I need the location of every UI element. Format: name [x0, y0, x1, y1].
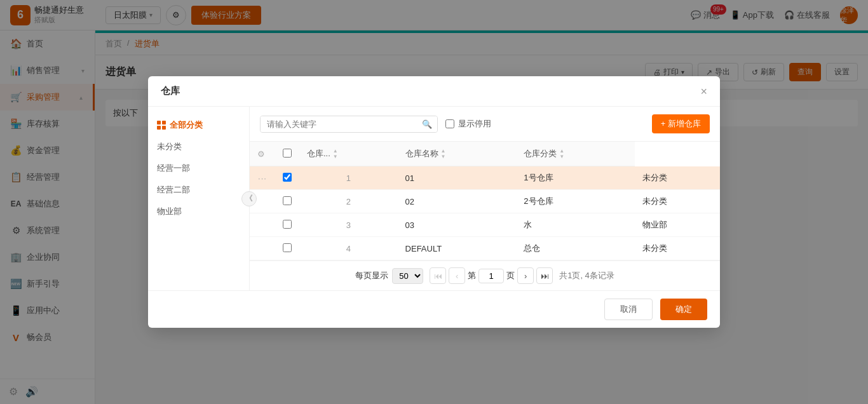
row-actions-icon [250, 237, 275, 260]
category-toggle-button[interactable]: 《 [241, 191, 257, 206]
table-row[interactable]: ··· 1 01 1号仓库 未分类 [250, 166, 720, 190]
row-num: 2 [299, 190, 398, 213]
row-category: 未分类 [635, 166, 720, 190]
sort-arrows-code: ▲ ▼ [333, 149, 338, 159]
search-icon[interactable]: 🔍 [417, 116, 437, 132]
row-code: 01 [398, 166, 517, 190]
per-page-selector: 每页显示 50 [355, 268, 423, 284]
row-category: 未分类 [635, 190, 720, 213]
sort-arrows-cat: ▲ ▼ [559, 149, 564, 159]
cat-item-dept2[interactable]: 经营二部 [148, 179, 249, 201]
row-name: 2号仓库 [516, 190, 635, 213]
row-category: 未分类 [635, 237, 720, 260]
col-checkbox [275, 142, 299, 166]
row-checkbox-3[interactable] [283, 243, 292, 252]
col-settings: ⚙ [250, 142, 275, 166]
warehouse-modal: 仓库 × 《 全部分类 未分类 经营一部 经营二部 物业部 [148, 76, 720, 328]
modal-toolbar: 🔍 显示停用 + 新增仓库 [250, 107, 720, 142]
grid-icon [157, 121, 166, 130]
table-row[interactable]: 3 03 水 物业部 [250, 213, 720, 237]
page-info: 共1页, 4条记录 [559, 270, 614, 281]
sort-arrows-name: ▲ ▼ [441, 149, 446, 159]
all-categories-label: 全部分类 [170, 119, 203, 131]
show-disabled-label: 显示停用 [445, 118, 491, 130]
row-num: 3 [299, 213, 398, 237]
table-row[interactable]: 2 02 2号仓库 未分类 [250, 190, 720, 213]
modal-pagination: 每页显示 50 ⏮ ‹ 第 页 › ⏭ 共1页, 4条记录 [250, 260, 720, 290]
cat-item-dept1[interactable]: 经营一部 [148, 158, 249, 179]
page-number-input[interactable] [478, 269, 504, 283]
row-checkbox-cell [275, 166, 299, 190]
col-category: 仓库分类 ▲ ▼ [516, 142, 635, 166]
select-all-checkbox[interactable] [283, 149, 292, 158]
modal-footer: 取消 确定 [148, 290, 720, 328]
row-name: 1号仓库 [516, 166, 635, 190]
last-page-button[interactable]: ⏭ [536, 267, 553, 284]
col-code: 仓库... ▲ ▼ [299, 142, 398, 166]
row-code: DEFAULT [398, 237, 517, 260]
modal-close-button[interactable]: × [700, 86, 707, 97]
category-sidebar: 《 全部分类 未分类 经营一部 经营二部 物业部 [148, 107, 250, 290]
page-navigation: ⏮ ‹ 第 页 › ⏭ [430, 267, 553, 284]
row-checkbox-cell [275, 213, 299, 237]
modal-content-area: 🔍 显示停用 + 新增仓库 ⚙ [250, 107, 720, 290]
confirm-button[interactable]: 确定 [660, 299, 707, 320]
modal-table: ⚙ 仓库... ▲ ▼ [250, 142, 720, 260]
cancel-button[interactable]: 取消 [604, 299, 653, 320]
row-checkbox-0[interactable] [283, 173, 292, 182]
row-num: 1 [299, 166, 398, 190]
add-warehouse-button[interactable]: + 新增仓库 [652, 114, 710, 133]
row-code: 02 [398, 190, 517, 213]
row-checkbox-1[interactable] [283, 196, 292, 205]
prev-page-button[interactable]: ‹ [449, 267, 465, 284]
modal-body: 《 全部分类 未分类 经营一部 经营二部 物业部 🔍 [148, 107, 720, 290]
settings-col-icon: ⚙ [257, 149, 265, 159]
row-name: 水 [516, 213, 635, 237]
modal-title: 仓库 [161, 85, 180, 97]
row-actions-icon: ··· [250, 166, 275, 190]
search-box: 🔍 [260, 116, 438, 133]
per-page-select[interactable]: 50 [392, 268, 423, 284]
table-header: ⚙ 仓库... ▲ ▼ [250, 142, 720, 166]
cat-item-property[interactable]: 物业部 [148, 201, 249, 222]
warehouse-table: ⚙ 仓库... ▲ ▼ [250, 142, 720, 260]
all-categories-item[interactable]: 全部分类 [148, 114, 249, 136]
row-name: 总仓 [516, 237, 635, 260]
row-checkbox-cell [275, 237, 299, 260]
first-page-button[interactable]: ⏮ [430, 267, 446, 284]
cat-item-unclassified[interactable]: 未分类 [148, 136, 249, 158]
table-body: ··· 1 01 1号仓库 未分类 2 02 2号仓库 未分类 3 03 水 物… [250, 166, 720, 260]
row-num: 4 [299, 237, 398, 260]
row-actions-icon [250, 213, 275, 237]
row-category: 物业部 [635, 213, 720, 237]
search-input[interactable] [261, 116, 417, 132]
col-name: 仓库名称 ▲ ▼ [398, 142, 517, 166]
table-row[interactable]: 4 DEFAULT 总仓 未分类 [250, 237, 720, 260]
row-code: 03 [398, 213, 517, 237]
row-checkbox-cell [275, 190, 299, 213]
modal-header: 仓库 × [148, 76, 720, 107]
show-disabled-checkbox[interactable] [445, 119, 454, 128]
row-checkbox-2[interactable] [283, 220, 292, 229]
next-page-button[interactable]: › [517, 267, 534, 284]
